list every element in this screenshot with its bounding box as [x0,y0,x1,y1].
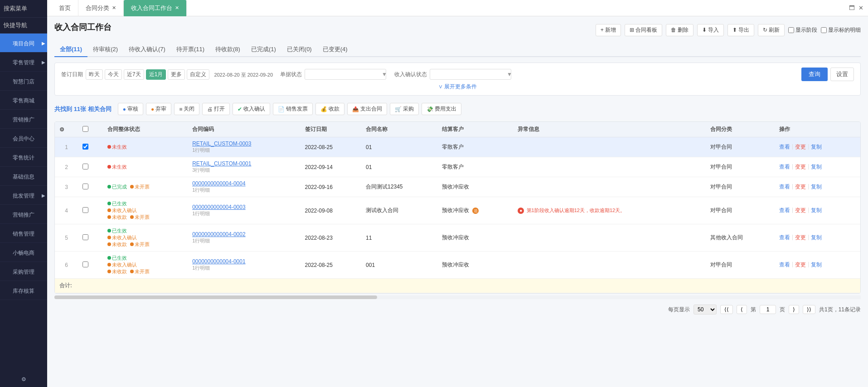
page-input[interactable] [760,305,776,314]
row-checkbox[interactable] [78,137,103,157]
next-page-btn[interactable]: ⟩ [789,305,799,314]
select-all-checkbox[interactable] [82,126,88,132]
edit-btn[interactable]: 变更 [795,261,806,269]
copy-btn[interactable]: 复制 [811,234,822,242]
sidebar-item-marketing[interactable]: 营销推广 [0,110,47,129]
row-checkbox[interactable] [78,157,103,177]
sidebar-item-member[interactable]: 会员中心 [0,129,47,148]
code-link[interactable]: RETAIL_CUSTOM-0001 [192,160,251,167]
copy-btn[interactable]: 复制 [811,183,822,191]
view-btn[interactable]: 查看 [779,183,790,191]
last-page-btn[interactable]: ⟩⟩ [803,305,815,314]
tab-close-contract-category[interactable]: ✕ [112,5,116,11]
code-link[interactable]: 0000000000004-0001 [192,258,245,265]
show-detail-label[interactable]: 显示标的明细 [821,26,861,34]
date-today[interactable]: 今天 [105,69,122,80]
delete-button[interactable]: 🗑 删除 [666,24,693,36]
import-button[interactable]: ⬇ 导入 [697,24,724,36]
sidebar-item-xiaochang[interactable]: 小畅电商 [0,243,47,262]
copy-btn[interactable]: 复制 [811,207,822,214]
date-yesterday[interactable]: 昨天 [86,69,103,80]
filter-tab-closed[interactable]: 已关闭(0) [281,43,317,57]
sidebar-item-purchase[interactable]: 采购管理 [0,262,47,281]
restore-window-btn[interactable]: 🗖 [849,5,855,11]
tab-close-income-contract[interactable]: ✕ [175,5,179,11]
close-contract-btn[interactable]: ■ 关闭 [174,103,199,115]
contract-panel-button[interactable]: ⊞ 合同看板 [625,24,662,36]
show-stage-checkbox[interactable] [788,27,794,33]
row-checkbox[interactable] [78,252,103,279]
edit-btn[interactable]: 变更 [795,234,806,242]
filter-tab-done[interactable]: 已完成(1) [246,43,281,57]
income-confirm-btn[interactable]: ✔ 收入确认 [233,103,270,115]
tab-income-contract[interactable]: 收入合同工作台 ✕ [124,0,187,16]
fee-out-btn[interactable]: 💸 费用支出 [422,103,461,115]
page-size-select[interactable]: 50 100 200 [693,305,717,314]
row-checkbox[interactable] [78,197,103,224]
show-stage-label[interactable]: 显示阶段 [788,26,817,34]
row-checkbox[interactable] [78,224,103,252]
scroll-thumb[interactable] [54,295,377,299]
edit-btn[interactable]: 变更 [795,143,806,151]
query-button[interactable]: 查询 [801,68,828,81]
filter-tab-pending-invoice[interactable]: 待开票(11) [171,43,210,57]
date-more[interactable]: 更多 [168,69,185,80]
sidebar-item-base-info[interactable]: 基础信息 [0,167,47,186]
col-checkbox[interactable] [78,122,103,137]
sidebar-nav[interactable]: 快捷导航 [0,18,47,34]
filter-tab-all[interactable]: 全部(11) [54,43,87,57]
set-button[interactable]: 设置 [830,68,854,81]
row-checkbox[interactable] [78,177,103,197]
sidebar-item-retail-stats[interactable]: 零售统计 [0,148,47,167]
code-link[interactable]: 0000000000004-0003 [192,204,245,210]
copy-btn[interactable]: 复制 [811,163,822,171]
edit-btn[interactable]: 变更 [795,183,806,191]
tab-home[interactable]: 首页 [52,0,78,16]
view-btn[interactable]: 查看 [779,234,790,242]
expense-out-btn[interactable]: 📤 支出合同 [347,103,387,115]
edit-btn[interactable]: 变更 [795,163,806,171]
code-link[interactable]: 0000000000004-0002 [192,231,245,237]
close-window-btn[interactable]: ✕ [858,5,863,11]
document-status-select[interactable] [305,69,386,80]
sidebar-item-wholesale[interactable]: 批发管理 ▶ [0,186,47,205]
filter-tab-pending-confirm[interactable]: 待收入确认(7) [123,43,171,57]
edit-btn[interactable]: 变更 [795,207,806,214]
prev-page-btn[interactable]: ⟨ [737,305,747,314]
sales-invoice-btn[interactable]: 📄 销售发票 [273,103,313,115]
sidebar-item-marketing2[interactable]: 营销推广 [0,205,47,224]
code-link[interactable]: RETAIL_CUSTOM-0003 [192,140,251,147]
sidebar-item-retail-mall[interactable]: 零售商城 [0,91,47,110]
copy-btn[interactable]: 复制 [811,261,822,269]
sidebar-settings[interactable]: ⚙ [0,372,47,387]
collect-btn[interactable]: 💰 收款 [315,103,344,115]
sidebar-search[interactable]: 搜索菜单 [0,0,47,18]
copy-btn[interactable]: 复制 [811,143,822,151]
view-btn[interactable]: 查看 [779,163,790,171]
filter-tab-pending-collect[interactable]: 待收款(8) [210,43,246,57]
sidebar-item-smart-store[interactable]: 智慧门店 [0,72,47,91]
expand-conditions[interactable]: ∨ 展开更多条件 [61,81,854,91]
export-button[interactable]: ⬆ 导出 [727,24,754,36]
print-btn[interactable]: 🖨 打开 [202,103,230,115]
filter-tab-changed[interactable]: 已变更(4) [317,43,353,57]
sidebar-item-retail[interactable]: 零售管理 ▶ [0,53,47,72]
purchase-btn[interactable]: 🛒 采购 [390,103,419,115]
scroll-track[interactable] [54,295,861,299]
income-confirm-select[interactable] [430,69,511,80]
date-7days[interactable]: 近7天 [124,69,144,80]
tab-contract-category[interactable]: 合同分类 ✕ [78,0,124,16]
show-detail-checkbox[interactable] [821,27,827,33]
view-btn[interactable]: 查看 [779,143,790,151]
code-link[interactable]: 0000000000004-0004 [192,180,245,187]
refresh-button[interactable]: ↻ 刷新 [758,24,785,36]
col-settings[interactable]: ⚙ [55,122,78,137]
new-button[interactable]: + 新增 [596,24,621,36]
review-btn[interactable]: ● 审核 [118,103,143,115]
view-btn[interactable]: 查看 [779,261,790,269]
sidebar-item-inventory[interactable]: 库存核算 [0,281,47,300]
filter-tab-pending-review[interactable]: 待审核(2) [87,43,123,57]
abandon-btn[interactable]: ● 弃审 [146,103,171,115]
first-page-btn[interactable]: ⟨⟨ [720,305,733,314]
view-btn[interactable]: 查看 [779,207,790,214]
